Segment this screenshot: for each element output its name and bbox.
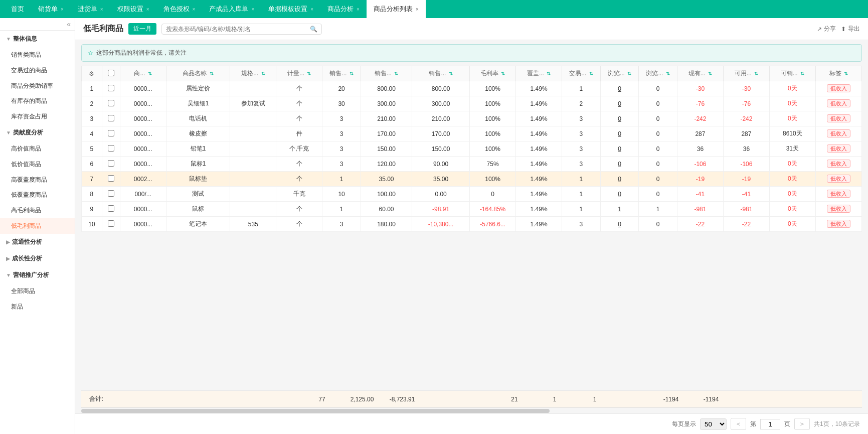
close-icon[interactable]: ×	[357, 7, 360, 12]
cell-view1[interactable]: 0	[600, 111, 639, 126]
sidebar-group-contribution[interactable]: ▼ 类献度分析	[0, 124, 75, 141]
scrollbar-thumb[interactable]	[81, 409, 550, 413]
nav-home[interactable]: 首页	[4, 0, 31, 18]
col-sale-price[interactable]: 销售... ⇅	[361, 66, 412, 81]
close-icon[interactable]: ×	[416, 7, 419, 12]
close-icon[interactable]: ×	[100, 7, 103, 12]
close-icon[interactable]: ×	[251, 7, 254, 12]
col-transaction[interactable]: 交易... ⇅	[562, 66, 601, 81]
col-unit[interactable]: 计量... ⇅	[276, 66, 322, 81]
nav-template[interactable]: 单据模板设置 ×	[261, 0, 320, 18]
sidebar-collapse-btn[interactable]: «	[0, 18, 75, 31]
close-icon[interactable]: ×	[61, 7, 64, 12]
nav-purchase[interactable]: 进货单 ×	[71, 0, 110, 18]
search-icon[interactable]: 🔍	[310, 26, 317, 33]
col-sale-profit[interactable]: 销售... ⇅	[412, 66, 470, 81]
close-icon[interactable]: ×	[310, 7, 313, 12]
export-button[interactable]: ⬆ 导出	[841, 25, 860, 33]
cell-checkbox[interactable]	[102, 111, 120, 126]
sidebar-item-capital[interactable]: 库存资金占用	[0, 109, 75, 124]
nav-roles[interactable]: 角色授权 ×	[156, 0, 203, 18]
close-icon[interactable]: ×	[193, 7, 196, 12]
row-checkbox[interactable]	[108, 100, 114, 106]
sidebar-item-high-coverage[interactable]: 高覆盖度商品	[0, 172, 75, 188]
cell-view1[interactable]: 0	[600, 81, 639, 96]
nav-product-analysis[interactable]: 商品分析 ×	[320, 0, 367, 18]
cell-checkbox[interactable]	[102, 187, 120, 202]
cell-checkbox[interactable]	[102, 81, 120, 96]
col-gross-margin[interactable]: 毛利率 ⇅	[470, 66, 516, 81]
nav-permissions[interactable]: 权限设置 ×	[110, 0, 156, 18]
col-checkbox[interactable]	[102, 66, 120, 81]
next-page-button[interactable]: ＞	[794, 418, 810, 430]
col-current-stock[interactable]: 现有... ⇅	[677, 66, 723, 81]
cell-view1[interactable]: 0	[600, 157, 639, 172]
nav-product-analysis-list[interactable]: 商品分析列表 ×	[367, 0, 426, 18]
cell-checkbox[interactable]	[102, 126, 120, 141]
page-input[interactable]	[760, 419, 780, 429]
cell-view1[interactable]: 0	[600, 172, 639, 187]
row-checkbox[interactable]	[108, 205, 114, 212]
cell-checkbox[interactable]	[102, 157, 120, 172]
share-button[interactable]: ↗ 分享	[817, 25, 836, 33]
cell-view2: 1	[639, 202, 677, 217]
sidebar-item-traded-goods[interactable]: 交易过的商品	[0, 63, 75, 78]
sidebar-item-low-value[interactable]: 低价值商品	[0, 157, 75, 172]
cell-view1[interactable]: 0	[600, 96, 639, 111]
row-checkbox[interactable]	[108, 160, 114, 167]
select-all-checkbox[interactable]	[108, 70, 114, 76]
sidebar-group-overall[interactable]: ▼ 整体信息	[0, 31, 75, 47]
sidebar-item-new-goods[interactable]: 新品	[0, 299, 75, 315]
share-label: 分享	[824, 25, 836, 33]
date-filter-button[interactable]: 近一月	[128, 23, 156, 35]
sidebar-item-high-margin[interactable]: 高毛利商品	[0, 203, 75, 218]
cell-checkbox[interactable]	[102, 141, 120, 157]
row-checkbox[interactable]	[108, 220, 114, 227]
sidebar-group-liquidity[interactable]: ▶ 流通性分析	[0, 234, 75, 250]
cell-view1[interactable]: 0	[600, 126, 639, 141]
sidebar-item-all-goods[interactable]: 全部商品	[0, 283, 75, 299]
sidebar-item-sales-goods[interactable]: 销售类商品	[0, 47, 75, 63]
row-checkbox[interactable]	[108, 85, 114, 91]
page-label: 第	[750, 420, 756, 428]
search-input[interactable]	[166, 26, 310, 33]
per-page-select[interactable]: 50 100 200	[700, 418, 727, 430]
sidebar-item-category-rate[interactable]: 商品分类助销率	[0, 78, 75, 94]
cell-checkbox[interactable]	[102, 202, 120, 217]
sidebar-group-growth[interactable]: ▶ 成长性分析	[0, 250, 75, 267]
table-container[interactable]: ⚙ 商... ⇅ 商品名称 ⇅ 规格... ⇅ 计量... ⇅ 销售... ⇅ …	[81, 66, 862, 390]
sidebar-group-marketing[interactable]: ▼ 营销推广分析	[0, 267, 75, 283]
col-settings[interactable]: ⚙	[82, 66, 102, 81]
col-saleable[interactable]: 可销... ⇅	[769, 66, 815, 81]
sidebar-item-low-margin[interactable]: 低毛利商品	[0, 218, 75, 234]
cell-view1[interactable]: 0	[600, 217, 639, 232]
cell-checkbox[interactable]	[102, 96, 120, 111]
col-coverage[interactable]: 覆盖... ⇅	[516, 66, 562, 81]
col-view1[interactable]: 浏览... ⇅	[600, 66, 639, 81]
col-code[interactable]: 商... ⇅	[120, 66, 166, 81]
sidebar-item-low-coverage[interactable]: 低覆盖度商品	[0, 187, 75, 203]
cell-view1[interactable]: 0	[600, 141, 639, 157]
sidebar-item-high-value[interactable]: 高价值商品	[0, 141, 75, 157]
col-tag[interactable]: 标签 ⇅	[815, 66, 861, 81]
row-checkbox[interactable]	[108, 145, 114, 152]
sidebar-item-in-stock[interactable]: 有库存的商品	[0, 93, 75, 109]
row-checkbox[interactable]	[108, 190, 114, 197]
row-checkbox[interactable]	[108, 115, 114, 121]
prev-page-button[interactable]: ＜	[731, 418, 746, 430]
col-available[interactable]: 可用... ⇅	[723, 66, 769, 81]
col-spec[interactable]: 规格... ⇅	[230, 66, 276, 81]
nav-product-entry[interactable]: 产成品入库单 ×	[202, 0, 261, 18]
row-checkbox[interactable]	[108, 175, 114, 182]
cell-view1[interactable]: 1	[600, 202, 639, 217]
cell-view1[interactable]: 0	[600, 187, 639, 202]
col-view2[interactable]: 浏览... ⇅	[639, 66, 677, 81]
nav-sales[interactable]: 销货单 ×	[31, 0, 71, 18]
col-name[interactable]: 商品名称 ⇅	[166, 66, 230, 81]
close-icon[interactable]: ×	[146, 7, 149, 12]
col-sale-qty[interactable]: 销售... ⇅	[322, 66, 361, 81]
row-checkbox[interactable]	[108, 130, 114, 136]
cell-checkbox[interactable]	[102, 217, 120, 232]
cell-checkbox[interactable]	[102, 172, 120, 187]
scrollbar-area[interactable]	[81, 407, 862, 413]
